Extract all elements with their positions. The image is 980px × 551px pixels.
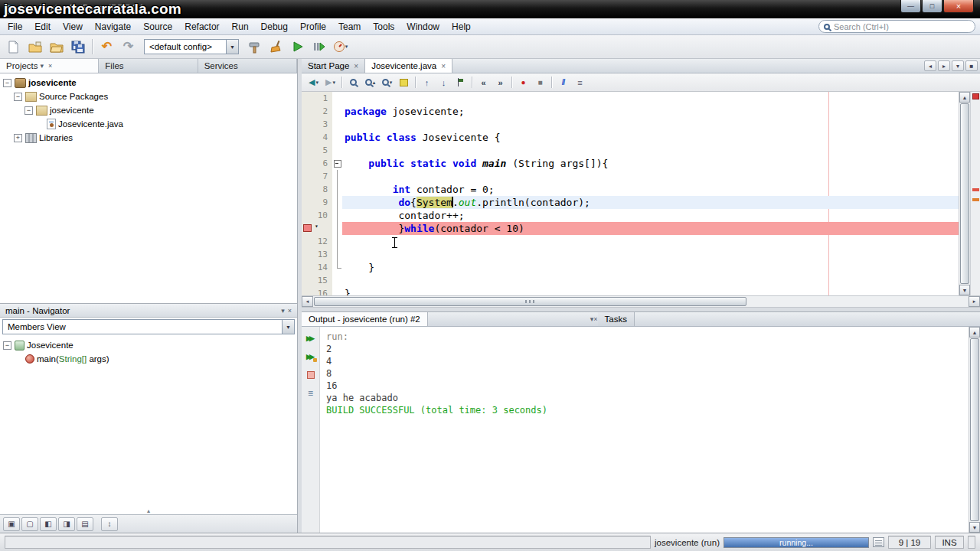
- panel-minimize-icon[interactable]: ▾: [38, 62, 47, 70]
- menu-item-debug[interactable]: Debug: [255, 19, 294, 34]
- profile-project-button[interactable]: ▾: [330, 37, 351, 57]
- run-project-button[interactable]: [287, 37, 308, 57]
- menu-item-edit[interactable]: Edit: [28, 19, 57, 34]
- uncomment-button[interactable]: ≡: [572, 75, 588, 90]
- gutter-line-7[interactable]: 7: [302, 170, 332, 183]
- menu-item-window[interactable]: Window: [400, 19, 446, 34]
- gutter-line-14[interactable]: 14: [302, 261, 332, 274]
- gutter-line-12[interactable]: 12: [302, 235, 332, 248]
- toggle-bookmark-button[interactable]: [452, 75, 469, 90]
- debug-project-button[interactable]: [309, 37, 329, 57]
- next-bookmark-button[interactable]: ↓: [436, 75, 452, 90]
- tab-services[interactable]: Services: [198, 59, 297, 73]
- sort-by-source-button[interactable]: ↕: [101, 517, 118, 531]
- gutter-line-9[interactable]: 9: [302, 196, 332, 209]
- insert-mode[interactable]: INS: [935, 536, 964, 549]
- vscroll-thumb[interactable]: [960, 103, 969, 284]
- minimize-button[interactable]: —: [900, 0, 921, 13]
- show-inherited-members-button[interactable]: ▣: [3, 517, 20, 531]
- start-macro-button[interactable]: ●: [515, 75, 531, 90]
- editor-vscrollbar[interactable]: ▲ ▼: [959, 92, 970, 295]
- code-text[interactable]: }: [342, 287, 959, 295]
- tab-scroll-left-button[interactable]: ◂: [924, 60, 936, 71]
- tab-projects[interactable]: Projects▾×: [0, 59, 99, 73]
- undo-button[interactable]: ↶: [96, 37, 117, 57]
- output-vscrollbar[interactable]: ▲ ▼: [969, 327, 980, 533]
- gutter-line-1[interactable]: 1: [302, 92, 332, 105]
- gutter-line-16[interactable]: 16: [302, 287, 332, 295]
- tree-item-josevicente[interactable]: −josevicente: [0, 103, 297, 117]
- gutter-line-13[interactable]: 13: [302, 248, 332, 261]
- navigator-view-select[interactable]: Members View ▼: [2, 319, 295, 334]
- editor-tab-josevicente-java[interactable]: Josevicente.java×: [365, 59, 452, 73]
- config-dropdown-icon[interactable]: ▼: [226, 40, 238, 54]
- error-stripe[interactable]: [970, 92, 980, 295]
- show-static-members-button[interactable]: ◧: [40, 517, 57, 531]
- wrap-text-button[interactable]: ≡: [303, 386, 318, 400]
- show-fields-button[interactable]: ▢: [21, 517, 38, 531]
- maximize-window-button[interactable]: ■: [965, 60, 978, 71]
- code-text[interactable]: int contador = 0;: [342, 183, 959, 196]
- show-non-public-button[interactable]: ◨: [58, 517, 75, 531]
- editor-tab-start-page[interactable]: Start Page×: [302, 59, 365, 73]
- comment-button[interactable]: //: [555, 75, 571, 90]
- stop-button[interactable]: [303, 367, 318, 382]
- hscroll-thumb[interactable]: [314, 297, 746, 306]
- scroll-up-button[interactable]: ▲: [969, 327, 980, 337]
- output-text[interactable]: run:24816ya he acabadoBUILD SUCCESSFUL (…: [320, 327, 969, 533]
- tree-item-josevicente-java[interactable]: Josevicente.java: [0, 117, 297, 131]
- profile-dropdown-icon[interactable]: ▾: [345, 44, 348, 50]
- code-text[interactable]: [342, 235, 959, 248]
- tab-tasks[interactable]: Tasks: [598, 312, 635, 326]
- gutter-line-11[interactable]: ▾: [302, 222, 332, 235]
- tab-files[interactable]: Files: [99, 59, 198, 73]
- code-text[interactable]: public static void main (String args[]){: [342, 157, 959, 170]
- splitter-grip-icon[interactable]: ▴: [0, 507, 297, 514]
- gutter-line-3[interactable]: 3: [302, 118, 332, 131]
- tab-output[interactable]: Output - josevicente (run) #2: [302, 312, 428, 326]
- stop-macro-button[interactable]: ■: [532, 75, 548, 90]
- tab-list-button[interactable]: ▾: [952, 60, 964, 71]
- code-text[interactable]: contador++;: [342, 209, 959, 222]
- editor-viewport[interactable]: 12package josevicente;34public class Jos…: [302, 92, 959, 295]
- previous-bookmark-button[interactable]: ↑: [419, 75, 435, 90]
- menu-item-team[interactable]: Team: [332, 19, 367, 34]
- collapse-handle[interactable]: −: [3, 341, 11, 350]
- collapse-handle[interactable]: −: [14, 93, 22, 101]
- navigator-view-dropdown-icon[interactable]: ▼: [282, 320, 294, 334]
- error-stripe-mark[interactable]: [972, 188, 979, 191]
- collapse-handle[interactable]: −: [3, 79, 11, 87]
- error-stripe-mark[interactable]: [972, 198, 979, 201]
- rerun-button[interactable]: ▶▶: [303, 331, 318, 345]
- gutter-line-4[interactable]: 4: [302, 131, 332, 144]
- code-text[interactable]: [342, 92, 959, 105]
- code-text[interactable]: [342, 248, 959, 261]
- new-project-button[interactable]: [24, 37, 45, 57]
- menu-item-refactor[interactable]: Refactor: [178, 19, 225, 34]
- breakpoint-icon[interactable]: [303, 224, 312, 232]
- forward-button[interactable]: ▶▾: [322, 75, 338, 90]
- quick-search[interactable]: Search (Ctrl+I): [818, 20, 975, 33]
- clean-build-button[interactable]: [266, 37, 286, 57]
- find-selection-button[interactable]: [345, 75, 361, 90]
- shift-left-button[interactable]: «: [475, 75, 492, 90]
- save-all-button[interactable]: [67, 37, 88, 57]
- vscroll-thumb[interactable]: [970, 338, 979, 521]
- code-text[interactable]: do{System.out.println(contador);: [342, 196, 959, 209]
- find-previous-button[interactable]: ▴: [362, 75, 378, 90]
- code-text[interactable]: }: [342, 261, 959, 274]
- progress-bar[interactable]: running...: [724, 537, 869, 548]
- redo-button[interactable]: ↷: [118, 37, 139, 57]
- back-button[interactable]: ◀▾: [305, 75, 322, 90]
- new-file-button[interactable]: [3, 37, 24, 57]
- code-text[interactable]: public class Josevicente {: [342, 131, 959, 144]
- menu-item-source[interactable]: Source: [137, 19, 178, 34]
- tree-item-josevicente[interactable]: −josevicente: [0, 76, 297, 90]
- find-next-button[interactable]: ▾: [379, 75, 395, 90]
- build-project-button[interactable]: [244, 37, 265, 57]
- navigator-minimize-icon[interactable]: ▾: [281, 307, 285, 315]
- tree-item-source-packages[interactable]: −Source Packages: [0, 90, 297, 103]
- collapse-handle[interactable]: −: [24, 106, 33, 115]
- shift-right-button[interactable]: »: [492, 75, 508, 90]
- code-text[interactable]: }while(contador < 10): [342, 222, 959, 235]
